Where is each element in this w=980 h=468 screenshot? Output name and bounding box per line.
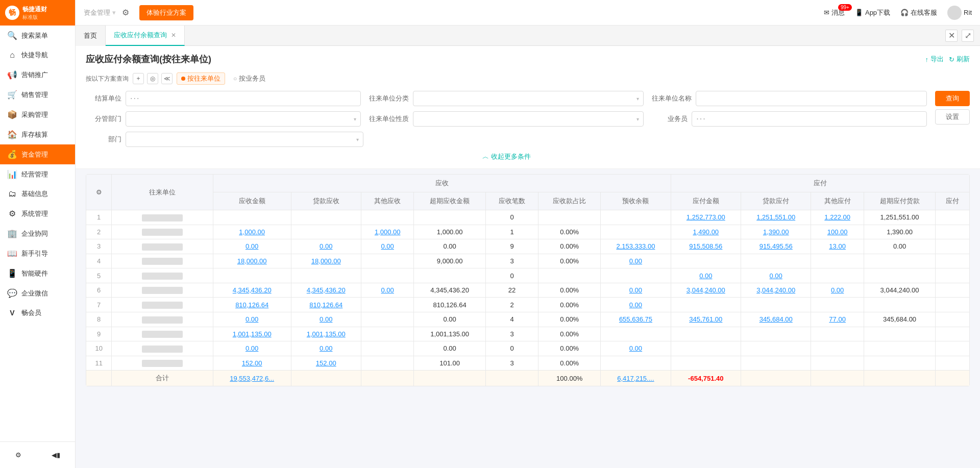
row-num: 8 (86, 312, 112, 327)
row-ar-other (361, 356, 414, 371)
sidebar-settings-btn[interactable]: ⚙ (10, 448, 27, 462)
scheme-by-salesman[interactable]: ○ 按业务员 (229, 73, 270, 84)
export-button[interactable]: ↑ 导出 (925, 55, 944, 64)
row-ap-overdue (864, 254, 935, 268)
row-ar-other (361, 312, 414, 327)
collapse-icon: ◀▮ (52, 451, 60, 459)
row-ar-count: 4 (485, 312, 538, 327)
row-ap-other (811, 327, 864, 341)
th-ar-loan: 贷款应收 (291, 192, 361, 210)
service-button[interactable]: 🎧 在线客服 (900, 8, 937, 17)
topbar-gear-icon[interactable]: ⚙ (122, 8, 129, 17)
message-button[interactable]: ✉ 消息 99+ (824, 8, 845, 17)
row-ap-overdue (864, 341, 935, 356)
tab-close-icon[interactable]: ✕ (171, 32, 176, 39)
row-ar-loan: 0.00 (291, 312, 361, 327)
row-ar-overdue (414, 210, 485, 225)
filter-collapse-btn[interactable]: ︿ 收起更多条件 (86, 152, 927, 161)
sidebar-item-hardware[interactable]: 📱 智能硬件 (0, 263, 75, 283)
row-ar-loan: 4,345,436.20 (291, 283, 361, 298)
sidebar-item-vip[interactable]: V 畅会员 (0, 303, 75, 323)
footer-ar-loan (291, 371, 361, 386)
scheme-edit-btn[interactable]: ◎ (147, 73, 158, 84)
row-ar-prepay: 0.00 (601, 298, 671, 312)
dept-input[interactable]: ▾ (126, 132, 363, 147)
row-ap-pay (936, 312, 970, 327)
sidebar-item-basic[interactable]: 🗂 基础信息 (0, 184, 75, 204)
company-nature-input[interactable]: ▾ (413, 111, 644, 127)
settlement-input[interactable]: ··· (126, 91, 361, 106)
row-ap-amount (671, 356, 741, 371)
sidebar-collapse-btn[interactable]: ◀▮ (46, 448, 65, 462)
row-ar-ratio: 0.00% (538, 298, 601, 312)
tab-ar[interactable]: 应收应付余额查询 ✕ (106, 26, 185, 46)
row-company (112, 312, 213, 327)
th-ar-ratio: 应收款占比 (538, 192, 601, 210)
row-company (112, 268, 213, 283)
row-ap-loan (741, 298, 811, 312)
th-gear[interactable]: ⚙ (86, 175, 112, 210)
table-row: 5 0 0.00 0.00 (86, 268, 970, 283)
sidebar-item-search[interactable]: 🔍 搜索菜单 (0, 26, 75, 45)
row-ap-overdue (864, 268, 935, 283)
solution-button[interactable]: 体验行业方案 (139, 5, 193, 20)
row-ap-loan: 1,251,551.00 (741, 210, 811, 225)
row-ar-loan: 0.00 (291, 239, 361, 254)
row-ar-prepay: 2,153,333.00 (601, 239, 671, 254)
row-ap-other: 0.00 (811, 283, 864, 298)
setting-button[interactable]: 设置 (935, 109, 970, 125)
row-num: 11 (86, 356, 112, 371)
sidebar: 畅 畅捷通财 标准版 🔍 搜索菜单 ⌂ 快捷导航 📢 营销推广 🛒 销售管理 📦… (0, 0, 76, 468)
scheme-by-company[interactable]: 按往来单位 (177, 72, 225, 85)
finance-icon: 💰 (7, 150, 17, 159)
table-wrapper: ⚙ 往来单位 应收 应付 应收金额 贷款应收 其他应收 超期应收金额 应收笔数 (86, 174, 970, 386)
scheme-add-btn[interactable]: + (133, 73, 144, 84)
sidebar-item-system[interactable]: ⚙ 系统管理 (0, 204, 75, 224)
sidebar-item-wechat[interactable]: 💬 企业微信 (0, 283, 75, 303)
footer-label: 合计 (112, 371, 213, 386)
sidebar-item-corp[interactable]: 🏢 企业协同 (0, 224, 75, 243)
filter-scheme-actions: + ◎ ≪ (133, 73, 173, 84)
sidebar-item-quick[interactable]: ⌂ 快捷导航 (0, 45, 75, 65)
sidebar-item-marketing[interactable]: 📢 营销推广 (0, 65, 75, 85)
salesman-input[interactable]: ··· (692, 111, 927, 127)
filter-settlement: 结算单位 ··· (86, 91, 361, 106)
company-class-input[interactable]: ▾ (413, 91, 644, 106)
footer-ap-overdue (864, 371, 935, 386)
filter-scheme: 按以下方案查询 + ◎ ≪ 按往来单位 ○ 按业务员 (86, 72, 970, 85)
tab-close-window-btn[interactable]: ✕ (945, 30, 958, 42)
sidebar-bottom: ⚙ ◀▮ (0, 441, 75, 468)
sidebar-item-business[interactable]: 📊 经营管理 (0, 164, 75, 184)
refresh-button[interactable]: ↻ 刷新 (949, 55, 970, 64)
filter-content: 结算单位 ··· 往来单位分类 ▾ (86, 91, 970, 161)
row-ar-loan (291, 268, 361, 283)
row-ap-amount (671, 341, 741, 356)
row-ap-amount (671, 298, 741, 312)
tab-home[interactable]: 首页 (76, 26, 106, 46)
sidebar-item-purchase[interactable]: 📦 采购管理 (0, 105, 75, 125)
th-ar-count: 应收笔数 (485, 192, 538, 210)
row-ap-pay (936, 356, 970, 371)
row-ar-count: 1 (485, 225, 538, 239)
table-row: 1 0 1,252,773.00 1,251,551.00 1,222.00 1… (86, 210, 970, 225)
row-ar-ratio: 0.00% (538, 283, 601, 298)
company-name-input[interactable] (696, 91, 927, 106)
dept-mgr-input[interactable]: ▾ (126, 111, 361, 127)
app-download-button[interactable]: 📱 App下载 (855, 8, 890, 17)
row-ar-other (361, 210, 414, 225)
row-ar-overdue: 0.00 (414, 341, 485, 356)
query-button[interactable]: 查询 (935, 91, 970, 106)
row-ar-amount: 4,345,436.20 (213, 283, 291, 298)
row-num: 7 (86, 298, 112, 312)
sidebar-item-guide[interactable]: 📖 新手引导 (0, 243, 75, 263)
message-icon: ✉ (824, 9, 829, 16)
th-ap-overdue: 超期应付货款 (864, 192, 935, 210)
home-icon: ⌂ (7, 51, 17, 60)
sidebar-item-finance[interactable]: 💰 资金管理 (0, 144, 75, 164)
system-icon: ⚙ (7, 209, 17, 218)
tab-expand-btn[interactable]: ⤢ (962, 30, 974, 42)
sidebar-item-sales[interactable]: 🛒 销售管理 (0, 85, 75, 105)
scheme-more-btn[interactable]: ≪ (161, 73, 173, 84)
user-menu[interactable]: Rit (947, 6, 972, 20)
sidebar-item-inventory[interactable]: 🏠 库存核算 (0, 125, 75, 144)
